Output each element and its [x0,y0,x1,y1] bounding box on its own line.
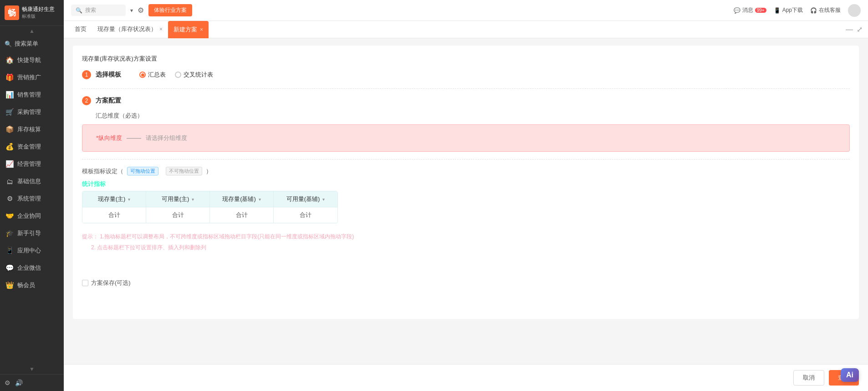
sidebar-item-quick-nav[interactable]: 🏠 快捷导航 [0,51,64,69]
step1-header: 1 选择模板 汇总表 交叉统计表 [82,70,850,79]
ai-badge[interactable]: Ai [841,368,859,382]
tips-line1: 1.拖动标题栏可以调整布局，不可跨维度或指标区域拖动栏目字段(只能在同一维度或指… [100,233,354,240]
sidebar-bottom: ⚙ 🔊 [0,374,64,391]
indicator-fixed-badge: 不可拖动位置 [166,167,202,175]
sidebar-item-label: 畅会员 [17,281,35,289]
save-option-label: 方案保存(可选) [91,279,131,287]
tab-inventory-close[interactable]: × [159,26,163,32]
wechat-icon: 💬 [5,264,14,272]
tab-home[interactable]: 首页 [69,21,92,38]
topbar-search-icon: 🔍 [76,7,82,14]
stats-body-col-3: 合计 [210,207,274,223]
sidebar-item-app-center[interactable]: 📱 应用中心 [0,242,64,259]
sidebar-item-wechat[interactable]: 💬 企业微信 [0,259,64,277]
stats-col-3-header[interactable]: 现存量(基辅) ▾ [210,191,273,207]
radio-summary-circle [139,72,146,78]
step2-header: 2 方案配置 [82,96,850,105]
sidebar-item-label: 企业微信 [17,264,41,272]
tab-new-scheme[interactable]: 新建方案 × [168,21,209,38]
topbar-gear-btn[interactable]: ⚙ [138,6,144,15]
inventory-icon: 📦 [5,125,14,134]
step1-num: 1 [82,70,91,79]
sidebar-item-cooperation[interactable]: 🤝 企业协同 [0,207,64,225]
sidebar-item-sales[interactable]: 📊 销售管理 [0,86,64,103]
sidebar-item-system[interactable]: ⚙ 系统管理 [0,190,64,207]
stats-col-4-header[interactable]: 可用量(基辅) ▾ [274,191,337,207]
topbar-right: 💬 消息 99+ 📱 App下载 🎧 在线客服 [734,4,861,17]
sidebar-item-member[interactable]: 👑 畅会员 [0,277,64,294]
sidebar-item-label: 系统管理 [17,195,41,203]
tab-new-scheme-label: 新建方案 [174,26,197,34]
sidebar-item-operation[interactable]: 📈 经营管理 [0,155,64,173]
tab-new-scheme-close[interactable]: × [200,26,203,33]
topbar-dropdown-btn[interactable]: ▾ [130,7,133,14]
sidebar-item-label: 快捷导航 [17,56,41,64]
sidebar-sound-btn[interactable]: 🔊 [15,379,23,386]
app-name: 畅康通好生意 [22,6,55,13]
stats-col-1: 现存量(主) ▾ [82,191,146,207]
save-option: 方案保存(可选) [82,279,131,287]
sidebar-item-label: 资金管理 [17,143,41,151]
tab-minimize-btn[interactable]: — [846,26,853,34]
save-checkbox[interactable] [82,280,88,286]
sidebar-scroll-up[interactable]: ▲ [0,26,64,36]
sidebar-item-basic-info[interactable]: 🗂 基础信息 [0,173,64,190]
template-options: 汇总表 交叉统计表 [139,71,213,79]
app-edition: 标准版 [22,13,55,20]
sidebar-settings-btn[interactable]: ⚙ [5,379,10,386]
tab-inventory[interactable]: 现存量（库存状况表） × [92,21,168,38]
step-divider [82,88,850,89]
radio-summary[interactable]: 汇总表 [139,71,166,79]
sidebar-item-label: 采购管理 [17,108,41,116]
cancel-button[interactable]: 取消 [793,370,824,386]
messages-btn[interactable]: 💬 消息 99+ [734,6,766,14]
stats-col-1-header[interactable]: 现存量(主) ▾ [82,191,146,207]
topbar: 🔍 搜索 ▾ ⚙ 体验行业方案 💬 消息 99+ 📱 App下载 🎧 在线客服 [64,0,868,21]
page-title: 现存量(库存状况表)方案设置 [82,55,850,63]
radio-cross[interactable]: 交叉统计表 [175,71,213,79]
indicator-setting-label: 模板指标设定（ 可拖动位置 不可拖动位置 ） [82,167,850,175]
sidebar: 畅 畅康通好生意 标准版 ▲ 🔍 搜索菜单 🏠 快捷导航 🎁 营销推广 📊 销售… [0,0,64,391]
app-download-btn[interactable]: 📱 App下载 [774,6,803,14]
sidebar-nav: 🏠 快捷导航 🎁 营销推广 📊 销售管理 🛒 采购管理 📦 库存核算 💰 资金管… [0,51,64,364]
step1-section: 1 选择模板 汇总表 交叉统计表 [82,70,850,79]
marketing-icon: 🎁 [5,73,14,82]
topbar-search-placeholder: 搜索 [85,6,96,14]
trial-btn[interactable]: 体验行业方案 [148,4,192,16]
stats-label: 统计指标 [82,180,850,188]
sidebar-item-purchase[interactable]: 🛒 采购管理 [0,103,64,121]
col3-cell: 合计 [210,207,273,223]
dimension-arrow: —— [127,134,141,142]
messages-icon: 💬 [734,7,740,14]
sales-icon: 📊 [5,91,14,99]
config-divider [82,159,850,159]
app-download-label: App下载 [782,6,803,14]
online-service-btn[interactable]: 🎧 在线客服 [810,6,841,14]
main-area: 🔍 搜索 ▾ ⚙ 体验行业方案 💬 消息 99+ 📱 App下载 🎧 在线客服 [64,0,868,391]
sidebar-item-label: 企业协同 [17,212,41,220]
indicator-movable-badge: 可拖动位置 [127,167,158,175]
topbar-avatar[interactable] [848,4,861,17]
sidebar-item-inventory[interactable]: 📦 库存核算 [0,121,64,138]
dimension-area[interactable]: *纵向维度 —— 请选择分组维度 [82,124,850,152]
col2-label: 可用量(主) [162,195,189,203]
sidebar-item-marketing[interactable]: 🎁 营销推广 [0,69,64,86]
sidebar-item-label: 库存核算 [17,125,41,134]
tab-home-label: 首页 [75,25,87,33]
col1-cell: 合计 [82,207,146,223]
sidebar-item-finance[interactable]: 💰 资金管理 [0,138,64,155]
app-center-icon: 📱 [5,247,14,255]
stats-section: 统计指标 现存量(主) ▾ 可用量(主) [82,180,850,225]
step2-label: 方案配置 [96,97,121,105]
tips-prefix: 提示： [82,233,98,240]
stats-col-2-header[interactable]: 可用量(主) ▾ [146,191,209,207]
tab-maximize-btn[interactable]: ⤢ [857,25,863,34]
sidebar-scroll-down[interactable]: ▼ [0,364,64,374]
finance-icon: 💰 [5,143,14,151]
sidebar-logo: 畅 畅康通好生意 标准版 [0,0,64,26]
sidebar-item-newbie[interactable]: 🎓 新手引导 [0,225,64,242]
topbar-search-area[interactable]: 🔍 搜索 [71,5,126,16]
tips-text: 提示： 1.拖动标题栏可以调整布局，不可跨维度或指标区域拖动栏目字段(只能在同一… [82,231,850,253]
sidebar-search[interactable]: 🔍 搜索菜单 [0,36,64,51]
step1-label: 选择模板 [96,71,121,79]
